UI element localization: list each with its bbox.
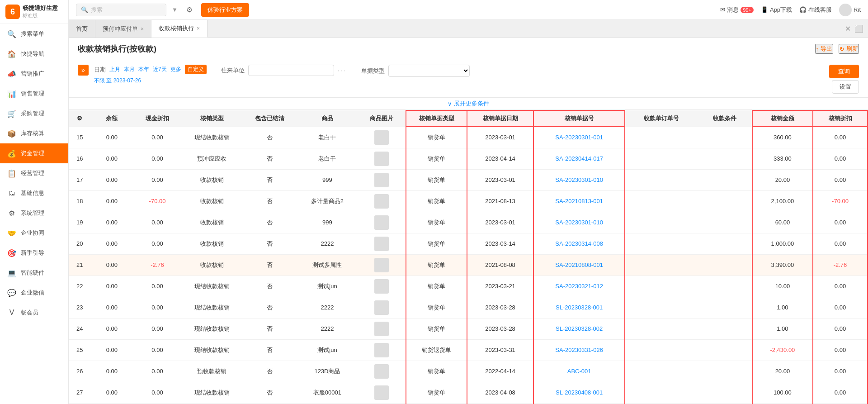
row-balance: 0.00 bbox=[90, 169, 133, 190]
row-cancel-type: 现结收款核销 bbox=[182, 297, 242, 318]
query-button[interactable]: 查询 bbox=[829, 65, 859, 78]
search-dropdown-icon[interactable]: ▼ bbox=[172, 6, 178, 13]
hardware-icon: 💻 bbox=[7, 268, 16, 277]
custom-link[interactable]: 自定义 bbox=[185, 65, 207, 74]
sidebar-label-quicknav: 快捷导航 bbox=[21, 50, 44, 58]
close-tab-icon[interactable]: ✕ bbox=[845, 24, 851, 33]
table-row[interactable]: 22 0.00 0.00 现结收款核销 否 测试jun 销货单 2023-03-… bbox=[69, 276, 868, 297]
table-row[interactable]: 27 0.00 0.00 现结收款核销 否 衣服00001 销货单 2023-0… bbox=[69, 382, 868, 403]
row-include-settled: 否 bbox=[242, 318, 297, 339]
row-goods-image bbox=[358, 233, 406, 254]
row-cancel-bill-no[interactable]: SA-20230301-010 bbox=[533, 169, 624, 190]
tab-collection-close[interactable]: × bbox=[197, 25, 200, 32]
tab-home[interactable]: 首页 bbox=[69, 20, 95, 38]
table-row[interactable]: 20 0.00 0.00 收款核销 否 2222 销货单 2023-03-14 … bbox=[69, 233, 868, 254]
sidebar-item-system[interactable]: ⚙系统管理 bbox=[0, 203, 68, 223]
sidebar-item-guide[interactable]: 🎯新手引导 bbox=[0, 243, 68, 263]
setting-button[interactable]: 设置 bbox=[832, 80, 859, 94]
row-include-settled: 否 bbox=[242, 276, 297, 297]
this-month-link[interactable]: 本月 bbox=[124, 66, 135, 73]
row-cash-discount: 0.00 bbox=[133, 297, 181, 318]
table-row[interactable]: 21 0.00 -2.76 收款核销 否 测试多属性 销货单 2021-08-0… bbox=[69, 254, 868, 276]
single-type-select[interactable] bbox=[388, 65, 470, 77]
table-row[interactable]: 18 0.00 -70.00 收款核销 否 多计量商品2 销货单 2021-08… bbox=[69, 190, 868, 212]
table-row[interactable]: 15 0.00 0.00 现结收款核销 否 老白干 销货单 2023-03-01… bbox=[69, 127, 868, 148]
app-download-item[interactable]: 📱 App下载 bbox=[761, 6, 792, 14]
col-cancel-bill-date: 核销单据日期 bbox=[467, 110, 534, 127]
row-cancel-bill-no[interactable]: ABC-001 bbox=[533, 361, 624, 382]
sidebar-item-sales[interactable]: 📊销售管理 bbox=[0, 84, 68, 104]
table-row[interactable]: 19 0.00 0.00 收款核销 否 999 销货单 2023-03-01 S… bbox=[69, 212, 868, 233]
row-cancel-bill-no[interactable]: SA-20210813-001 bbox=[533, 190, 624, 212]
table-row[interactable]: 25 0.00 0.00 现结收款核销 否 测试jun 销货退货单 2023-0… bbox=[69, 339, 868, 361]
row-cancel-bill-no[interactable]: SA-20230301-010 bbox=[533, 212, 624, 233]
tab-prepay[interactable]: 预付冲应付单 × bbox=[95, 20, 151, 38]
row-cancel-bill-no[interactable]: SA-20210808-001 bbox=[533, 254, 624, 276]
sidebar-item-hardware[interactable]: 💻智能硬件 bbox=[0, 263, 68, 283]
row-cancel-bill-no[interactable]: SA-20230321-012 bbox=[533, 276, 624, 297]
sidebar-item-wechat[interactable]: 💬企业微信 bbox=[0, 283, 68, 303]
sidebar-item-finance[interactable]: 💰资金管理 bbox=[0, 143, 68, 163]
table-row[interactable]: 24 0.00 0.00 现结收款核销 否 2222 销货单 2023-03-2… bbox=[69, 318, 868, 339]
row-cancel-bill-no[interactable]: SA-20230414-017 bbox=[533, 148, 624, 169]
date-range-text: 不限 至 2023-07-26 bbox=[94, 77, 141, 84]
table-row[interactable]: 17 0.00 0.00 收款核销 否 999 销货单 2023-03-01 S… bbox=[69, 169, 868, 190]
more-link[interactable]: 更多 bbox=[170, 66, 181, 73]
maximize-icon[interactable]: ⬜ bbox=[854, 24, 863, 33]
tab-collection[interactable]: 收款核销执行 × bbox=[151, 20, 208, 38]
col-cancel-amount: 核销金额 bbox=[752, 110, 813, 127]
row-cancel-bill-date: 2023-03-28 bbox=[467, 297, 534, 318]
export-button[interactable]: ↑ 导出 bbox=[815, 44, 834, 54]
refresh-button[interactable]: ↻ 刷新 bbox=[839, 44, 859, 54]
user-item[interactable]: Rit bbox=[839, 4, 861, 16]
row-goods-image bbox=[358, 254, 406, 276]
col-settings[interactable]: ⚙ bbox=[69, 110, 90, 127]
sidebar-item-inventory[interactable]: 📦库存核算 bbox=[0, 124, 68, 143]
search-box[interactable]: 🔍 搜索 bbox=[76, 4, 166, 16]
row-cancel-discount: 0.00 bbox=[813, 148, 868, 169]
row-cancel-bill-no[interactable]: SA-20230331-026 bbox=[533, 339, 624, 361]
avatar bbox=[839, 4, 852, 16]
purchase-icon: 🛒 bbox=[7, 109, 16, 118]
solution-button[interactable]: 休验行业方案 bbox=[201, 3, 249, 17]
this-year-link[interactable]: 本年 bbox=[138, 66, 149, 73]
table-row[interactable]: 23 0.00 0.00 现结收款核销 否 2222 销货单 2023-03-2… bbox=[69, 297, 868, 318]
table-row[interactable]: 16 0.00 0.00 预冲应应收 否 老白干 销货单 2023-04-14 … bbox=[69, 148, 868, 169]
filter-expand-button[interactable]: » bbox=[78, 65, 89, 76]
sidebar-item-member[interactable]: V畅会员 bbox=[0, 303, 68, 323]
expand-conditions-button[interactable]: ∨ 展开更多条件 bbox=[448, 100, 489, 108]
settings-icon[interactable]: ⚙ bbox=[183, 4, 196, 16]
sidebar-item-search[interactable]: 🔍搜索菜单 bbox=[0, 24, 68, 44]
tab-prepay-close[interactable]: × bbox=[141, 26, 144, 32]
sidebar-item-quicknav[interactable]: 🏠快捷导航 bbox=[0, 44, 68, 64]
row-cancel-bill-no[interactable]: SL-20230328-002 bbox=[533, 318, 624, 339]
row-cancel-discount: 0.00 bbox=[813, 339, 868, 361]
sidebar-item-marketing[interactable]: 📣营销推广 bbox=[0, 64, 68, 84]
row-balance: 0.00 bbox=[90, 297, 133, 318]
row-cash-discount: 0.00 bbox=[133, 127, 181, 148]
sidebar-item-operation[interactable]: 📋经营管理 bbox=[0, 163, 68, 183]
row-cancel-discount: 0.00 bbox=[813, 233, 868, 254]
sidebar-item-purchase[interactable]: 🛒采购管理 bbox=[0, 104, 68, 124]
row-cancel-bill-no[interactable]: SL-20230328-001 bbox=[533, 297, 624, 318]
row-num: 23 bbox=[69, 297, 90, 318]
tab-home-label: 首页 bbox=[76, 25, 88, 33]
partner-input[interactable] bbox=[248, 65, 334, 76]
page-content: 收款核销执行(按收款) ↑ 导出 ↻ 刷新 » 日期 上月 本月 bbox=[69, 38, 868, 404]
row-cancel-bill-no[interactable]: SL-20230408-001 bbox=[533, 382, 624, 403]
expand-conditions-bar: ∨ 展开更多条件 bbox=[69, 98, 868, 110]
sidebar-item-basic[interactable]: 🗂基础信息 bbox=[0, 183, 68, 203]
row-cancel-bill-type: 销货单 bbox=[406, 233, 467, 254]
row-cash-discount: 0.00 bbox=[133, 361, 181, 382]
row-cancel-bill-no[interactable]: SA-20230301-001 bbox=[533, 127, 624, 148]
last7days-link[interactable]: 近7天 bbox=[153, 66, 167, 73]
row-receipt-order-no bbox=[625, 254, 698, 276]
sidebar-item-corp[interactable]: 🤝企业协同 bbox=[0, 223, 68, 243]
tab-actions: ✕ ⬜ bbox=[840, 20, 868, 38]
table-row[interactable]: 26 0.00 0.00 预收款核销 否 123D商品 销货单 2022-04-… bbox=[69, 361, 868, 382]
sales-icon: 📊 bbox=[7, 89, 16, 98]
last-month-link[interactable]: 上月 bbox=[109, 66, 120, 73]
message-item[interactable]: ✉ 消息 99+ bbox=[720, 6, 754, 14]
row-cancel-bill-no[interactable]: SA-20230314-008 bbox=[533, 233, 624, 254]
online-service-item[interactable]: 🎧 在线客服 bbox=[799, 6, 832, 14]
